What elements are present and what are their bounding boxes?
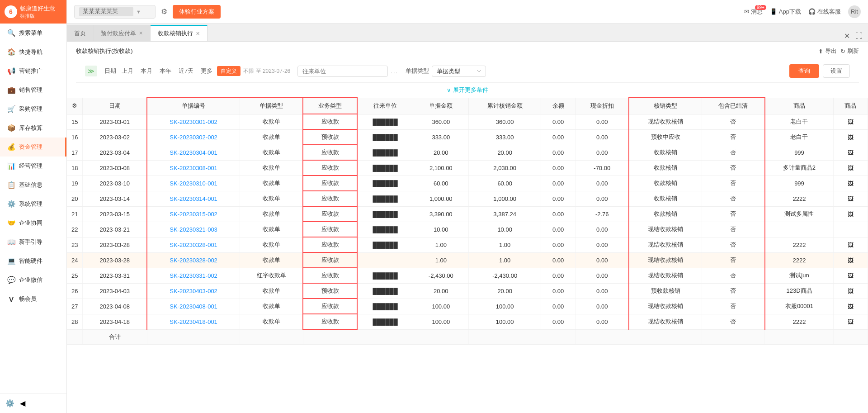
refresh-button[interactable]: ↻ 刷新	[840, 47, 859, 55]
table-cell[interactable]: SK-20230418-001	[147, 314, 240, 329]
data-table: ⚙ 日期 单据编号 单据类型 业务类型 往来单位 单据金额 累计核销金额 余额 …	[67, 97, 868, 345]
bill-no-link[interactable]: SK-20230302-002	[170, 134, 217, 141]
table-cell: 🖼	[833, 176, 868, 191]
bill-no-link[interactable]: SK-20230321-003	[170, 226, 217, 233]
collapse-icon[interactable]: ◀	[20, 399, 25, 408]
table-cell: 收款单	[240, 237, 303, 252]
page-title: 收款核销执行(按收款)	[76, 47, 133, 55]
bill-no-link[interactable]: SK-20230403-002	[170, 288, 217, 294]
message-button[interactable]: ✉ 消息 99+	[744, 8, 763, 16]
custom-date-btn[interactable]: 自定义	[217, 66, 241, 76]
this-year-btn[interactable]: 本年	[157, 66, 174, 76]
table-cell: 15	[67, 114, 83, 129]
close-tab-button[interactable]: ✕	[842, 31, 852, 41]
col-check-type: 核销类型	[629, 98, 702, 114]
sidebar-item-member[interactable]: V 畅会员	[0, 290, 66, 309]
sidebar-item-wechat[interactable]: 💬 企业微信	[0, 271, 66, 290]
table-cell[interactable]: SK-20230314-001	[147, 191, 240, 206]
sidebar-item-guide[interactable]: 📖 新手引导	[0, 233, 66, 252]
sidebar-item-cooperation[interactable]: 🤝 企业协同	[0, 214, 66, 233]
table-cell: 2023-03-08	[83, 160, 147, 176]
sidebar-item-sales[interactable]: 💼 销售管理	[0, 81, 66, 100]
query-button[interactable]: 查询	[789, 64, 819, 78]
bill-no-link[interactable]: SK-20230314-001	[170, 195, 217, 202]
bill-no-link[interactable]: SK-20230331-002	[170, 272, 217, 279]
sidebar-item-basic[interactable]: 📋 基础信息	[0, 176, 66, 195]
bill-type-select[interactable]: 单据类型	[432, 66, 486, 77]
sidebar-item-quick[interactable]: 🏠 快捷导航	[0, 43, 66, 62]
sidebar-item-hardware[interactable]: 💻 智能硬件	[0, 252, 66, 271]
table-cell: -2.76	[576, 206, 629, 222]
expand-button[interactable]: ∨ 展开更多条件	[447, 86, 488, 94]
workspace-selector[interactable]: 某某某某某某 ▼	[74, 5, 156, 19]
gear-icon[interactable]: ⚙	[161, 7, 167, 16]
page-header: 收款核销执行(按收款) ⬆ 导出 ↻ 刷新 ≫ 日期 上月 本月 本	[67, 42, 868, 97]
industry-solution-button[interactable]: 体验行业方案	[173, 5, 221, 19]
settings-button[interactable]: 设置	[823, 64, 850, 78]
app-download-button[interactable]: 📱 App下载	[770, 8, 801, 16]
last-7days-btn[interactable]: 近7天	[176, 66, 196, 76]
table-cell: 0.00	[576, 114, 629, 129]
table-cell: 19	[67, 176, 83, 191]
table-cell	[765, 222, 833, 237]
bill-no-link[interactable]: SK-20230304-001	[170, 149, 217, 156]
more-date-btn[interactable]: 更多	[198, 66, 215, 76]
tab-prepay[interactable]: 预付款应付单 ✕	[94, 25, 151, 41]
table-cell[interactable]: SK-20230321-003	[147, 222, 240, 237]
bill-no-link[interactable]: SK-20230418-001	[170, 318, 217, 325]
bill-no-link[interactable]: SK-20230308-001	[170, 165, 217, 171]
export-button[interactable]: ⬆ 导出	[818, 47, 837, 55]
service-button[interactable]: 🎧 在线客服	[808, 8, 841, 16]
col-settings[interactable]: ⚙	[67, 98, 83, 114]
table-cell[interactable]: SK-20230301-002	[147, 114, 240, 129]
hardware-icon: 💻	[7, 257, 15, 265]
table-cell: 360.00	[469, 114, 541, 129]
bill-no-link[interactable]: SK-20230408-001	[170, 303, 217, 310]
tab-home[interactable]: 首页	[67, 25, 94, 41]
bill-no-link[interactable]: SK-20230328-001	[170, 242, 217, 248]
table-cell[interactable]: SK-20230315-002	[147, 206, 240, 222]
table-cell[interactable]: SK-20230403-002	[147, 283, 240, 299]
sidebar-item-marketing[interactable]: 📢 营销推广	[0, 62, 66, 81]
table-cell[interactable]: SK-20230304-001	[147, 145, 240, 160]
table-cell[interactable]: SK-20230331-002	[147, 268, 240, 283]
last-month-btn[interactable]: 上月	[119, 66, 136, 76]
sidebar-item-system[interactable]: ⚙️ 系统管理	[0, 195, 66, 214]
table-cell[interactable]: SK-20230308-001	[147, 160, 240, 176]
data-table-container: ⚙ 日期 单据编号 单据类型 业务类型 往来单位 单据金额 累计核销金额 余额 …	[67, 97, 868, 413]
bill-no-link[interactable]: SK-20230315-002	[170, 211, 217, 218]
this-month-btn[interactable]: 本月	[138, 66, 155, 76]
sidebar-item-operation[interactable]: 📊 经营管理	[0, 157, 66, 176]
tab-collection[interactable]: 收款核销执行 ✕	[151, 25, 208, 41]
filter-toggle-button[interactable]: ≫	[85, 66, 97, 76]
table-cell: 360.00	[413, 114, 469, 129]
partner-input[interactable]	[297, 66, 388, 77]
table-cell: 多计量商品2	[765, 160, 833, 176]
table-cell[interactable]: SK-20230408-001	[147, 299, 240, 314]
table-cell: 100.00	[469, 314, 541, 329]
tab-close-icon[interactable]: ✕	[196, 31, 200, 37]
sidebar-item-finance[interactable]: 💰 资金管理	[0, 138, 66, 157]
table-cell[interactable]: SK-20230328-002	[147, 252, 240, 268]
sidebar-item-purchase[interactable]: 🛒 采购管理	[0, 100, 66, 119]
table-cell: 0.00	[576, 237, 629, 252]
table-cell: 🖼	[833, 145, 868, 160]
table-cell[interactable]: SK-20230328-001	[147, 237, 240, 252]
table-cell: 否	[702, 314, 765, 329]
settings-icon[interactable]: ⚙️	[5, 399, 14, 408]
user-avatar[interactable]: Rit	[848, 5, 861, 18]
table-cell: 2023-04-18	[83, 314, 147, 329]
bill-no-link[interactable]: SK-20230328-002	[170, 257, 217, 264]
table-cell: 20.00	[469, 145, 541, 160]
bill-no-link[interactable]: SK-20230310-001	[170, 180, 217, 187]
sidebar-item-search[interactable]: 🔍 搜索菜单	[0, 24, 66, 43]
table-cell: 预收款	[303, 129, 357, 145]
maximize-tab-button[interactable]: ⛶	[854, 31, 864, 41]
table-cell: ██████	[357, 222, 413, 237]
bill-no-link[interactable]: SK-20230301-002	[170, 119, 217, 125]
table-cell[interactable]: SK-20230310-001	[147, 176, 240, 191]
sidebar-item-inventory[interactable]: 📦 库存核算	[0, 119, 66, 138]
table-cell: 应收款	[303, 191, 357, 206]
table-cell[interactable]: SK-20230302-002	[147, 129, 240, 145]
tab-close-icon[interactable]: ✕	[139, 30, 143, 36]
